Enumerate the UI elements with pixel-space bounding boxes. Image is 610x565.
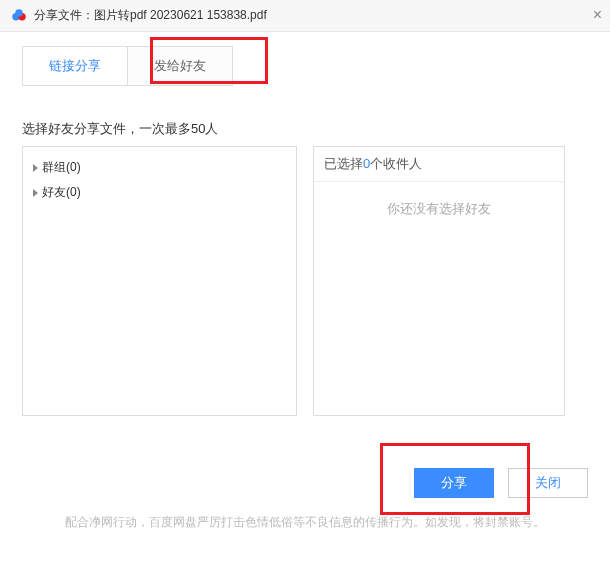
tab-send-friend[interactable]: 发给好友: [127, 46, 233, 86]
svg-point-2: [15, 9, 23, 17]
baidu-netdisk-logo-icon: [10, 7, 28, 25]
tree-groups-label: 群组(0): [42, 160, 81, 174]
tabs: 链接分享 发给好友: [22, 46, 610, 86]
selected-recipients-panel: 已选择0个收件人 你还没有选择好友: [313, 146, 565, 416]
footer-notice: 配合净网行动，百度网盘严厉打击色情低俗等不良信息的传播行为。如发现，将封禁账号。: [0, 514, 610, 531]
selected-empty-message: 你还没有选择好友: [314, 182, 564, 415]
footer-buttons: 分享 关闭: [414, 468, 588, 498]
panels: 群组(0) 好友(0) 已选择0个收件人 你还没有选择好友: [0, 146, 610, 416]
selected-suffix: 个收件人: [370, 156, 422, 171]
caret-right-icon: [33, 189, 38, 197]
dialog-title-prefix: 分享文件：: [34, 7, 94, 24]
tree-item-groups[interactable]: 群组(0): [33, 155, 286, 180]
contact-tree-panel: 群组(0) 好友(0): [22, 146, 297, 416]
selected-header: 已选择0个收件人: [314, 147, 564, 182]
close-icon[interactable]: ×: [593, 6, 602, 24]
instruction-text: 选择好友分享文件，一次最多50人: [22, 120, 610, 138]
title-bar: 分享文件： 图片转pdf 20230621 153838.pdf ×: [0, 0, 610, 32]
tree-item-friends[interactable]: 好友(0): [33, 180, 286, 205]
tab-link-share[interactable]: 链接分享: [22, 46, 128, 86]
share-button[interactable]: 分享: [414, 468, 494, 498]
close-button[interactable]: 关闭: [508, 468, 588, 498]
dialog-title-filename: 图片转pdf 20230621 153838.pdf: [94, 7, 267, 24]
tree-friends-label: 好友(0): [42, 185, 81, 199]
selected-prefix: 已选择: [324, 156, 363, 171]
caret-right-icon: [33, 164, 38, 172]
